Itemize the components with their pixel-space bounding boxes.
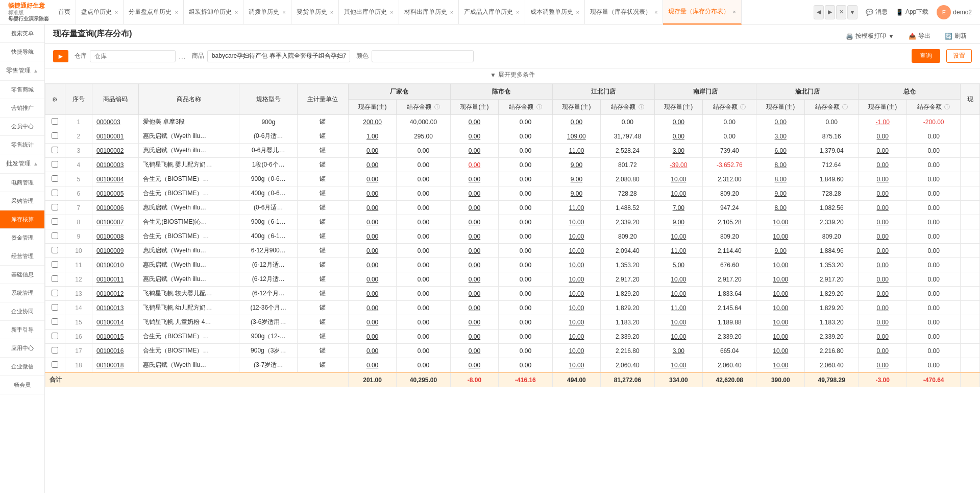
cell-yubeimen-stock[interactable]: 10.00 xyxy=(756,258,805,272)
cell-yubeimen-stock[interactable]: 9.00 xyxy=(756,186,805,201)
yubeimen-info-icon[interactable]: ⓘ xyxy=(842,104,848,110)
sidebar-item-资金管理[interactable]: 资金管理 xyxy=(0,229,44,247)
cell-checkbox[interactable] xyxy=(45,186,65,201)
cell-yubeimen-stock[interactable]: 10.00 xyxy=(756,315,805,330)
nav-tab-盘点单历史[interactable]: 盘点单历史× xyxy=(76,0,124,25)
cell-factory-stock[interactable]: 0.00 xyxy=(348,244,397,258)
tab-close-btn[interactable]: × xyxy=(235,9,238,15)
cell-checkbox[interactable] xyxy=(45,172,65,186)
cell-factory-stock[interactable]: 200.00 xyxy=(348,115,397,129)
factory-info-icon[interactable]: ⓘ xyxy=(434,104,440,110)
cell-chenshi-stock[interactable]: 0.00 xyxy=(450,272,499,287)
nav-tab-分量盘点单历史[interactable]: 分量盘点单历史× xyxy=(124,0,183,25)
cell-jiangbei-stock[interactable]: 0.00 xyxy=(552,115,601,129)
nav-tab-调拨单历史[interactable]: 调拨单历史× xyxy=(243,0,291,25)
cell-chenshi-stock[interactable]: 0.00 xyxy=(450,229,499,244)
sidebar-item-零售管理[interactable]: 零售管理▲ xyxy=(0,61,44,81)
cell-chenshi-stock[interactable]: 0.00 xyxy=(450,301,499,315)
cell-yubeimen-stock[interactable]: 0.00 xyxy=(756,115,805,129)
cell-chenshi-stock[interactable]: 0.00 xyxy=(450,172,499,186)
cell-checkbox[interactable] xyxy=(45,244,65,258)
cell-chenshi-stock[interactable]: 0.00 xyxy=(450,315,499,330)
cell-yubeimen-stock[interactable]: 8.00 xyxy=(756,172,805,186)
cell-factory-stock[interactable]: 0.00 xyxy=(348,315,397,330)
cell-checkbox[interactable] xyxy=(45,215,65,229)
cell-checkbox[interactable] xyxy=(45,344,65,358)
cell-nanan-stock[interactable]: 0.00 xyxy=(654,115,703,129)
sidebar-item-批发管理[interactable]: 批发管理▲ xyxy=(0,154,44,174)
cell-total-stock[interactable]: 0.00 xyxy=(859,258,907,272)
cell-checkbox[interactable] xyxy=(45,158,65,172)
cell-code[interactable]: 00100009 xyxy=(92,244,138,258)
sidebar-item-经营管理[interactable]: 经营管理 xyxy=(0,247,44,266)
cell-code[interactable]: 00100004 xyxy=(92,172,138,186)
sidebar-item-零售统计[interactable]: 零售统计 xyxy=(0,136,44,154)
nav-tab-首页[interactable]: 首页 xyxy=(53,0,76,25)
cell-yubeimen-stock[interactable]: 6.00 xyxy=(756,144,805,158)
cell-nanan-stock[interactable]: 11.00 xyxy=(654,244,703,258)
cell-jiangbei-stock[interactable]: 11.00 xyxy=(552,201,601,215)
sidebar-item-畅会员[interactable]: 畅会员 xyxy=(0,376,44,394)
nav-expand-btn[interactable]: ▼ xyxy=(847,5,857,19)
cell-jiangbei-stock[interactable]: 9.00 xyxy=(552,186,601,201)
col-settings-icon[interactable]: ⚙ xyxy=(45,84,65,115)
sidebar-item-企业微信[interactable]: 企业微信 xyxy=(0,358,44,376)
filter-collapse-btn[interactable]: ► xyxy=(53,50,68,62)
tab-close-btn[interactable]: × xyxy=(576,9,579,15)
tab-close-btn[interactable]: × xyxy=(282,9,285,15)
cell-total-stock[interactable]: 0.00 xyxy=(859,287,907,301)
cell-checkbox[interactable] xyxy=(45,330,65,344)
goods-input[interactable] xyxy=(207,50,350,62)
cell-nanan-stock[interactable]: -39.00 xyxy=(654,158,703,172)
cell-jiangbei-stock[interactable]: 10.00 xyxy=(552,287,601,301)
export-btn[interactable]: 📤 导出 xyxy=(903,30,936,42)
chenshi-info-icon[interactable]: ⓘ xyxy=(536,104,542,110)
nanan-info-icon[interactable]: ⓘ xyxy=(740,104,746,110)
warehouse-more-btn[interactable]: … xyxy=(179,52,186,60)
cell-code[interactable]: 00100015 xyxy=(92,330,138,344)
cell-nanan-stock[interactable]: 10.00 xyxy=(654,172,703,186)
cell-checkbox[interactable] xyxy=(45,229,65,244)
cell-nanan-stock[interactable]: 3.00 xyxy=(654,144,703,158)
cell-factory-stock[interactable]: 0.00 xyxy=(348,272,397,287)
cell-yubeimen-stock[interactable]: 8.00 xyxy=(756,158,805,172)
cell-total-stock[interactable]: 0.00 xyxy=(859,144,907,158)
cell-factory-stock[interactable]: 0.00 xyxy=(348,287,397,301)
cell-factory-stock[interactable]: 0.00 xyxy=(348,358,397,373)
user-menu-btn[interactable]: E demo2 xyxy=(937,5,972,19)
tab-close-btn[interactable]: × xyxy=(516,9,519,15)
cell-total-stock[interactable]: 0.00 xyxy=(859,215,907,229)
sidebar-item-企业协同[interactable]: 企业协同 xyxy=(0,302,44,321)
cell-code[interactable]: 00100002 xyxy=(92,144,138,158)
cell-nanan-stock[interactable]: 10.00 xyxy=(654,287,703,301)
cell-jiangbei-stock[interactable]: 10.00 xyxy=(552,244,601,258)
cell-factory-stock[interactable]: 0.00 xyxy=(348,258,397,272)
cell-jiangbei-stock[interactable]: 10.00 xyxy=(552,358,601,373)
cell-yubeimen-stock[interactable]: 10.00 xyxy=(756,301,805,315)
cell-factory-stock[interactable]: 0.00 xyxy=(348,301,397,315)
tab-close-btn[interactable]: × xyxy=(330,9,333,15)
cell-code[interactable]: 00100012 xyxy=(92,287,138,301)
cell-jiangbei-stock[interactable]: 10.00 xyxy=(552,272,601,287)
cell-factory-stock[interactable]: 0.00 xyxy=(348,186,397,201)
cell-code[interactable]: 00100006 xyxy=(92,201,138,215)
sidebar-item-搜索英单[interactable]: 搜索英单 xyxy=(0,25,44,43)
cell-factory-stock[interactable]: 0.00 xyxy=(348,229,397,244)
cell-nanan-stock[interactable]: 10.00 xyxy=(654,186,703,201)
cell-jiangbei-stock[interactable]: 10.00 xyxy=(552,215,601,229)
nav-tab-成本调整单历史[interactable]: 成本调整单历史× xyxy=(525,0,585,25)
cell-factory-stock[interactable]: 0.00 xyxy=(348,201,397,215)
cell-total-stock[interactable]: 0.00 xyxy=(859,301,907,315)
sidebar-item-电商管理[interactable]: 电商管理 xyxy=(0,174,44,192)
cell-nanan-stock[interactable]: 11.00 xyxy=(654,301,703,315)
cell-total-stock[interactable]: 0.00 xyxy=(859,358,907,373)
cell-jiangbei-stock[interactable]: 10.00 xyxy=(552,229,601,244)
cell-chenshi-stock[interactable]: 0.00 xyxy=(450,287,499,301)
cell-jiangbei-stock[interactable]: 10.00 xyxy=(552,258,601,272)
nav-tab-产成品入库单历史[interactable]: 产成品入库单历史× xyxy=(459,0,525,25)
sidebar-item-零售商城[interactable]: 零售商城 xyxy=(0,81,44,99)
nav-tab-其他出库单历史[interactable]: 其他出库单历史× xyxy=(339,0,399,25)
color-input[interactable] xyxy=(372,50,474,62)
cell-factory-stock[interactable]: 0.00 xyxy=(348,215,397,229)
cell-nanan-stock[interactable]: 3.00 xyxy=(654,344,703,358)
